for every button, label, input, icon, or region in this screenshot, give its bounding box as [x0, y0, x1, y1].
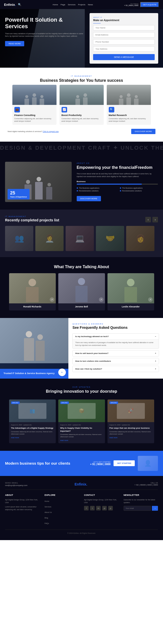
footer-brand: Enfinix. — [74, 482, 87, 486]
social-pinterest-icon[interactable]: p — [108, 506, 113, 510]
faq-toggle-icon-3: + — [155, 360, 156, 362]
faq-question-2[interactable]: How to sell launch your business? + — [73, 350, 159, 356]
social-linkedin-icon[interactable]: in — [96, 506, 101, 510]
faq-section: Trusted IT Solution & Service Business A… — [0, 318, 163, 379]
faq-title: See Frequently Asked Questions — [72, 325, 159, 330]
service-card-body-finance: 💼 Finance Consulting Consectetur adipisc… — [12, 105, 57, 125]
footer-link-faqs: FAQs — [45, 520, 79, 525]
nav-page[interactable]: Page — [61, 4, 65, 6]
social-youtube-icon[interactable]: yt — [102, 506, 107, 510]
faq-blue-box: Trusted IT Solution & Service Business A… — [0, 369, 68, 379]
cta-image: 👤 — [138, 456, 158, 471]
blog-read-more-1[interactable]: read more — [11, 437, 54, 438]
test-share-button-3[interactable]: ↗ — [148, 297, 153, 302]
form-name-input[interactable] — [93, 25, 154, 30]
project-card-2: 👩‍💼 — [35, 226, 64, 251]
service-title-research: Market Research — [109, 114, 149, 116]
blog-tag-2: DRILING — [60, 401, 69, 404]
testimonials-title: What They are Talking About — [5, 265, 158, 269]
footer-contact-title: Contact — [84, 494, 119, 496]
blog-title: Bringing innovation to your doorstep — [5, 389, 158, 394]
test-img-1: ↗ — [9, 273, 56, 303]
footer-explore-list: Home Services About Us Blog FAQs — [45, 498, 79, 525]
person-silhouette-1: 👥 — [5, 226, 33, 251]
footer-about-address: Apt Digital Design Group, 1234 New York,… — [5, 498, 40, 504]
form-submit-button[interactable]: SEND A MESSAGE — [93, 54, 154, 60]
hero-read-more-button[interactable]: READ MORE — [5, 41, 24, 46]
footer-newsletter-form: → — [124, 506, 158, 511]
form-email-input[interactable] — [93, 32, 154, 37]
blog-meta-3: August 12, 2023 · updated info — [110, 424, 152, 426]
footer-email-block: SEND EMAIL me@xyz@company.com — [5, 482, 28, 487]
blog-body-3: August 12, 2023 · updated info Five ways… — [107, 422, 154, 440]
nav-cta-button[interactable]: GET A QUOTE — [140, 2, 159, 7]
footer-about-title: About — [5, 494, 40, 496]
faq-question-text-2: How to sell launch your business? — [75, 352, 108, 354]
projects-next-button[interactable]: › — [152, 217, 158, 222]
blog-tag-3: DRILING — [110, 401, 118, 404]
emp-check-1: The Business applications — [77, 187, 115, 189]
testimonials-grid: ↗ Ronald Richards ↗ Jerome Bell — [5, 273, 158, 310]
footer-explore-title: Explore — [45, 494, 79, 496]
services-discover-button[interactable]: DISCOVER MORE — [131, 129, 155, 134]
footer-bottom: © 2024 Enfinix. All Rights Reserved. — [5, 530, 158, 534]
projects-prev-button[interactable]: ‹ — [145, 217, 151, 222]
blog-img-2: 📦 DRILING — [58, 399, 105, 422]
emp-progress-bar-fill — [77, 184, 142, 185]
social-facebook-icon[interactable]: f — [84, 506, 89, 510]
nav-news[interactable]: News — [88, 4, 93, 6]
form-address-input[interactable] — [93, 46, 154, 52]
faq-question-1[interactable]: Is my technology allowed on tech? − — [73, 334, 159, 339]
services-grid: 💼 Finance Consulting Consectetur adipisc… — [5, 85, 158, 125]
faq-item-3: How to turn visitors into contributors + — [72, 358, 159, 364]
nav-services[interactable]: Services — [68, 4, 76, 6]
cta-right: LET'S GET STARTED + 91 | 9000 | 0000 GET… — [90, 456, 158, 471]
blog-read-more-2[interactable]: read more — [60, 439, 103, 441]
emp-discover-button[interactable]: DISCOVER MORE — [77, 196, 101, 201]
blog-read-more-3[interactable]: read more — [110, 437, 152, 438]
project-overlay-1: 👥 — [5, 226, 33, 251]
blog-grid: 👥 DRILING August 12, 2023 · updated info… — [5, 399, 158, 443]
project-img-5: 👩 — [126, 226, 154, 251]
service-img-research — [107, 85, 151, 105]
nav-home[interactable]: Home — [53, 4, 58, 6]
services-cta-link[interactable]: Click to request now — [43, 131, 59, 132]
service-desc-finance: Consectetur adipiscing elit, sed diam no… — [14, 117, 55, 123]
person-silhouette-5: 👩 — [126, 226, 154, 251]
check-dot-icon — [120, 187, 121, 189]
newsletter-submit-button[interactable]: → — [152, 506, 158, 511]
newsletter-email-input[interactable] — [124, 506, 151, 511]
nav-projects[interactable]: Projects — [78, 4, 85, 6]
project-card-5: 👩 — [126, 226, 154, 251]
blog-card-title-3: Five ways that can develop your business — [110, 427, 152, 429]
footer-phone: + 92 | 46000 | 0000 | 0000 — [134, 484, 158, 486]
faq-question-3[interactable]: How to turn visitors into contributors + — [73, 358, 159, 364]
blog-tag-1: DRILING — [11, 401, 20, 404]
blog-card-desc-2: Consectetur adipiscing elit sed diam non… — [60, 433, 103, 438]
service-title-productivity: Boost Productivity — [62, 114, 102, 116]
check-dot-icon — [120, 190, 121, 191]
form-phone-input[interactable] — [93, 39, 154, 45]
services-title: Business Strategies for You future succe… — [5, 78, 158, 83]
faq-item-1: Is my technology allowed on tech? − Ther… — [72, 333, 159, 348]
search-icon[interactable]: 🔍 — [18, 3, 21, 6]
emp-description: This is more about what we do and they h… — [77, 172, 158, 178]
footer-socials: f t in yt p — [84, 506, 119, 510]
faq-label: QUESTIONS & ANSWERS — [72, 323, 159, 325]
blog-card-2: 📦 DRILING August 12, 2023 · updated info… — [58, 399, 105, 443]
footer-col-newsletter: Newsletter Subscribe to our newsletter f… — [124, 494, 158, 526]
test-share-button-1[interactable]: ↗ — [50, 297, 54, 302]
services-cta-text: Need digital marketing solutions & servi… — [8, 131, 59, 132]
emp-title: Empowering your the financialFreedom — [77, 165, 158, 170]
footer-phone-label: CALL US — [134, 482, 158, 484]
service-card-body-research: 🔍 Market Research Consectetur adipiscing… — [107, 105, 151, 125]
cta-get-started-button[interactable]: GET STARTED — [114, 460, 135, 466]
emp-progress-label: Business — [77, 180, 158, 183]
test-share-button-2[interactable]: ↗ — [99, 297, 103, 302]
blog-card-3: 🚀 DRILING August 12, 2023 · updated info… — [107, 399, 154, 443]
faq-question-4[interactable]: How can I find my solution? + — [73, 366, 159, 372]
nav-phone: For Helping + 91 | 9000 | 0000 — [124, 3, 138, 6]
social-twitter-icon[interactable]: t — [90, 506, 95, 510]
person-silhouette-4: 🤝 — [96, 226, 124, 251]
services-label: IT MANAGEMENT — [5, 75, 158, 77]
